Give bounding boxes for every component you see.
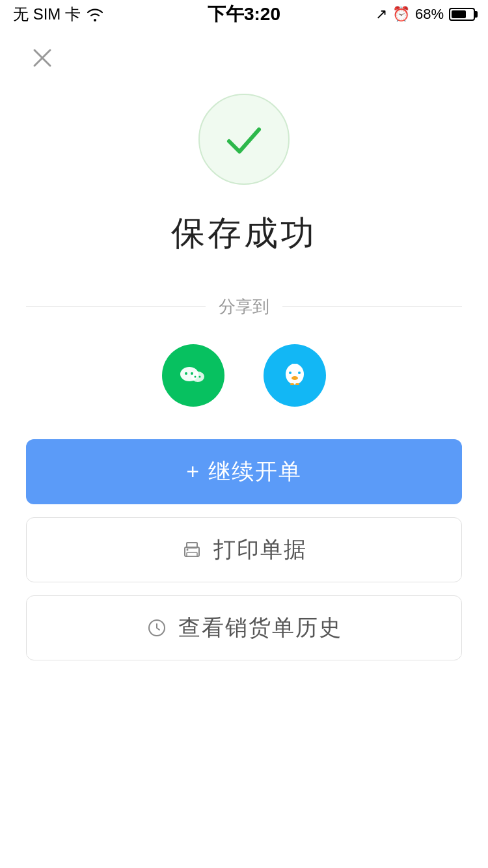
- share-section: 分享到: [26, 295, 462, 407]
- close-icon: [32, 47, 53, 68]
- svg-point-13: [291, 376, 298, 380]
- location-icon: ↗: [375, 6, 387, 23]
- svg-rect-16: [291, 364, 294, 368]
- svg-rect-14: [290, 383, 294, 385]
- continue-order-button[interactable]: + 继续开单: [26, 439, 462, 504]
- svg-rect-15: [295, 383, 299, 385]
- success-title: 保存成功: [171, 211, 317, 256]
- print-label: 打印单据: [213, 535, 307, 565]
- print-button[interactable]: 打印单据: [26, 517, 462, 582]
- qq-icon: [277, 357, 313, 394]
- qq-share-button[interactable]: [264, 344, 326, 407]
- battery-icon: [449, 8, 475, 21]
- svg-rect-20: [187, 552, 197, 556]
- history-icon: [146, 617, 168, 639]
- svg-point-12: [298, 372, 301, 374]
- status-right: ↗ ⏰ 68%: [375, 6, 475, 23]
- history-button[interactable]: 查看销货单历史: [26, 595, 462, 660]
- status-time: 下午3:20: [208, 2, 280, 27]
- battery-percent: 68%: [415, 6, 444, 23]
- svg-point-11: [289, 372, 291, 374]
- action-buttons: + 继续开单 打印单据 查看销货单历史: [26, 439, 462, 660]
- main-content: 保存成功 分享到: [0, 29, 488, 868]
- history-label: 查看销货单历史: [178, 613, 342, 643]
- wechat-icon: [175, 357, 211, 394]
- carrier-text: 无 SIM 卡: [13, 4, 81, 25]
- alarm-icon: ⏰: [392, 6, 410, 23]
- svg-point-4: [185, 372, 187, 375]
- wifi-icon: [86, 7, 104, 21]
- svg-point-7: [199, 376, 201, 378]
- svg-point-8: [286, 364, 304, 385]
- status-bar: 无 SIM 卡 下午3:20 ↗ ⏰ 68%: [0, 0, 488, 29]
- svg-point-6: [195, 376, 197, 378]
- share-divider: 分享到: [26, 295, 462, 318]
- share-icons: [26, 344, 462, 407]
- svg-rect-17: [295, 364, 298, 368]
- close-button[interactable]: [26, 42, 59, 74]
- success-circle: [198, 94, 290, 185]
- wechat-share-button[interactable]: [162, 344, 224, 407]
- svg-point-21: [187, 549, 189, 551]
- share-label: 分享到: [219, 295, 269, 318]
- svg-point-5: [191, 372, 193, 375]
- status-left: 无 SIM 卡: [13, 4, 104, 25]
- print-icon: [181, 539, 203, 561]
- svg-point-3: [191, 372, 204, 382]
- checkmark-icon: [221, 116, 267, 162]
